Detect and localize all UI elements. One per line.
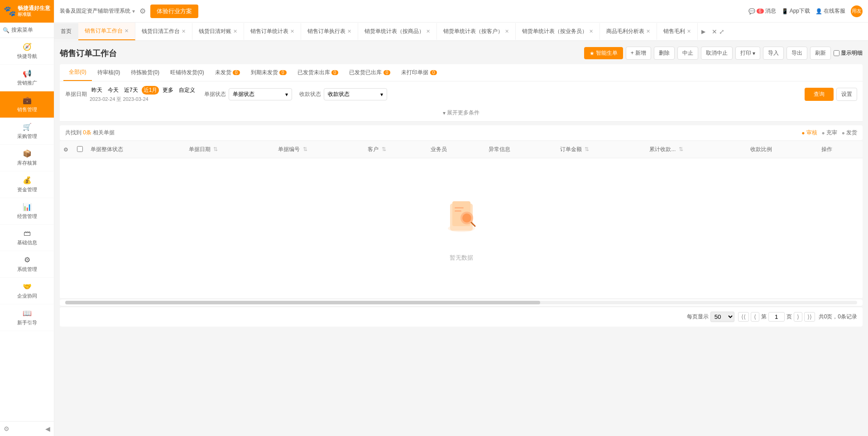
- filter-tab-pending-audit[interactable]: 待审核(0): [92, 65, 126, 81]
- tab-gross-profit[interactable]: 商品毛利分析表 ✕: [600, 23, 657, 40]
- next-page-button[interactable]: ⟩: [794, 312, 802, 322]
- delete-button[interactable]: 删除: [654, 47, 675, 60]
- tab-sales-gross[interactable]: 销售毛利 ✕: [657, 23, 698, 40]
- stop-button[interactable]: 中止: [677, 47, 698, 60]
- col-number[interactable]: 单据编号 ⇅: [274, 141, 364, 158]
- first-page-button[interactable]: ⟨⟨: [738, 312, 749, 322]
- app-download-button[interactable]: 📱 App下载: [782, 7, 810, 15]
- sidebar-item-system[interactable]: ⚙ 系统管理: [0, 251, 54, 278]
- tab-close-sales-workbench[interactable]: ✕: [125, 28, 129, 34]
- sidebar-item-quick-nav[interactable]: 🧭 快捷导航: [0, 38, 54, 65]
- sidebar-item-operations[interactable]: 📊 经营管理: [0, 198, 54, 225]
- date-btn-today[interactable]: 今天: [106, 86, 120, 95]
- sidebar-item-guide[interactable]: 📖 新手引导: [0, 304, 54, 331]
- filter-tab-pending-check[interactable]: 待拣验货(0): [125, 65, 165, 81]
- show-details-checkbox[interactable]: 显示明细: [834, 49, 863, 57]
- tab-close-cash-daily[interactable]: ✕: [182, 28, 186, 34]
- date-btn-yesterday[interactable]: 昨天: [90, 86, 104, 95]
- filter-tab-not-printed[interactable]: 未打印单据 0: [396, 65, 442, 81]
- tab-sales-workbench[interactable]: 销售订单工作台 ✕: [78, 23, 135, 40]
- tab-close-sales-gross[interactable]: ✕: [687, 28, 691, 34]
- sidebar-item-finance[interactable]: 💰 资金管理: [0, 171, 54, 198]
- tab-sales-summary-staff[interactable]: 销货单统计表（按业务员） ✕: [516, 23, 600, 40]
- import-button[interactable]: 导入: [763, 47, 784, 60]
- ship-circle-icon: ●: [842, 130, 845, 136]
- tab-cash-reconcile[interactable]: 钱货日清对账 ✕: [192, 23, 244, 40]
- sort-date-icon: ⇅: [213, 146, 218, 152]
- sidebar-item-inventory[interactable]: 📦 库存核算: [0, 145, 54, 171]
- export-button[interactable]: 导出: [786, 47, 807, 60]
- tab-close-sales-exec[interactable]: ✕: [347, 28, 351, 34]
- page-size-select[interactable]: 20 50 100: [710, 312, 734, 322]
- payment-filter-select[interactable]: 收款状态 ▾: [324, 88, 387, 100]
- tab-sales-summary-customer[interactable]: 销货单统计表（按客户） ✕: [437, 23, 516, 40]
- filter-area: 单据日期 昨天 今天 近7天 近1月 更多 自定义 2023-02-24 至 2…: [60, 81, 863, 122]
- system-title-dropdown[interactable]: 装备及固定资产辅助管理系统 ▾: [60, 7, 135, 15]
- filter-tab-shipped-out[interactable]: 已发货已出库 0: [344, 65, 396, 81]
- topbar-gear-icon[interactable]: ⚙: [139, 7, 146, 15]
- scrollbar-thumb[interactable]: [65, 301, 540, 304]
- tab-home[interactable]: 首页: [54, 23, 78, 40]
- date-btn-1month[interactable]: 近1月: [142, 86, 159, 95]
- tabbar-close-all-icon[interactable]: ✕: [712, 28, 717, 35]
- tab-close-summary-product[interactable]: ✕: [426, 28, 430, 34]
- expand-conditions-button[interactable]: ▾ 展开更多条件: [443, 109, 480, 117]
- industry-solution-button[interactable]: 体验行业方案: [150, 5, 198, 18]
- col-checkbox[interactable]: [73, 141, 87, 158]
- sidebar-item-basic-info[interactable]: 🗃 基础信息: [0, 225, 54, 251]
- col-date[interactable]: 单据日期 ⇅: [185, 141, 275, 158]
- filter-tab-expired-not-ship[interactable]: 到期未发货 0: [245, 65, 292, 81]
- sidebar-item-marketing[interactable]: 📢 营销推广: [0, 65, 54, 91]
- tab-sales-summary-product[interactable]: 销货单统计表（按商品） ✕: [358, 23, 437, 40]
- sidebar-item-purchase[interactable]: 🛒 采购管理: [0, 118, 54, 145]
- user-menu[interactable]: 用友: [851, 5, 863, 17]
- col-amount[interactable]: 订单金额 ⇅: [556, 141, 646, 158]
- query-button[interactable]: 查询: [805, 88, 834, 101]
- show-details-input[interactable]: [834, 50, 839, 56]
- search-menu[interactable]: 🔍 搜索菜单: [0, 23, 54, 38]
- tab-close-gross-profit[interactable]: ✕: [646, 28, 650, 34]
- tab-close-sales-stats[interactable]: ✕: [290, 28, 294, 34]
- horizontal-scrollbar[interactable]: [60, 299, 863, 306]
- date-btn-7days[interactable]: 近7天: [122, 86, 140, 95]
- settings-icon[interactable]: ⚙: [4, 425, 10, 432]
- smart-create-button[interactable]: ★ 智能生单: [584, 47, 623, 59]
- settings-button[interactable]: 设置: [836, 88, 857, 101]
- filter-tab-shipped-not-out[interactable]: 已发货未出库 0: [292, 65, 344, 81]
- add-button[interactable]: + 新增: [626, 47, 651, 60]
- print-button[interactable]: 打印 ▾: [735, 47, 760, 60]
- filter-tab-wangpu-ship[interactable]: 旺铺待发货(0): [165, 65, 210, 81]
- prev-page-button[interactable]: ⟨: [751, 312, 759, 322]
- tab-close-summary-customer[interactable]: ✕: [505, 28, 509, 34]
- cancel-stop-button[interactable]: 取消中止: [701, 47, 733, 60]
- last-page-button[interactable]: ⟩⟩: [804, 312, 815, 322]
- message-button[interactable]: 💬 6 消息: [748, 7, 776, 15]
- tab-sales-stats[interactable]: 销售订单统计表 ✕: [244, 23, 301, 40]
- tab-cash-daily[interactable]: 钱货日清工作台 ✕: [135, 23, 192, 40]
- tab-sales-exec[interactable]: 销售订单执行表 ✕: [301, 23, 358, 40]
- col-settings[interactable]: ⚙: [60, 141, 73, 158]
- date-btn-custom[interactable]: 自定义: [177, 86, 197, 95]
- col-customer[interactable]: 客户 ⇅: [364, 141, 427, 158]
- refresh-button[interactable]: 刷新: [810, 47, 831, 60]
- collapse-icon[interactable]: ◀: [45, 425, 50, 432]
- tab-close-summary-staff[interactable]: ✕: [589, 28, 593, 34]
- ship-action[interactable]: ● 发货: [842, 129, 857, 137]
- online-service-button[interactable]: 👤 在线客服: [815, 7, 845, 15]
- col-collected[interactable]: 累计收款... ⇅: [646, 141, 746, 158]
- tabbar-more-button[interactable]: ▶: [698, 28, 709, 35]
- select-all-checkbox[interactable]: [77, 146, 83, 152]
- date-btn-more[interactable]: 更多: [161, 86, 175, 95]
- filter-tab-all[interactable]: 全部(0): [63, 64, 92, 81]
- footer-right: 每页显示 20 50 100 ⟨⟨ ⟨ 第 页 ⟩ ⟩⟩ 共0页，0条记: [687, 312, 857, 322]
- audit-action[interactable]: ● 审核: [801, 129, 817, 137]
- tab-close-cash-reconcile[interactable]: ✕: [233, 28, 237, 34]
- sidebar-item-cooperation[interactable]: 🤝 企业协同: [0, 278, 54, 304]
- page-number-input[interactable]: [768, 312, 785, 322]
- sidebar-item-sales[interactable]: 💼 销售管理: [0, 91, 54, 118]
- abandon-action[interactable]: ● 充审: [822, 129, 837, 137]
- tabbar-maximize-icon[interactable]: ⤢: [719, 28, 724, 35]
- filter-tab-not-shipped[interactable]: 未发货 0: [210, 65, 245, 81]
- status-filter-select[interactable]: 单据状态 ▾: [229, 88, 292, 100]
- purchase-icon: 🛒: [23, 123, 32, 131]
